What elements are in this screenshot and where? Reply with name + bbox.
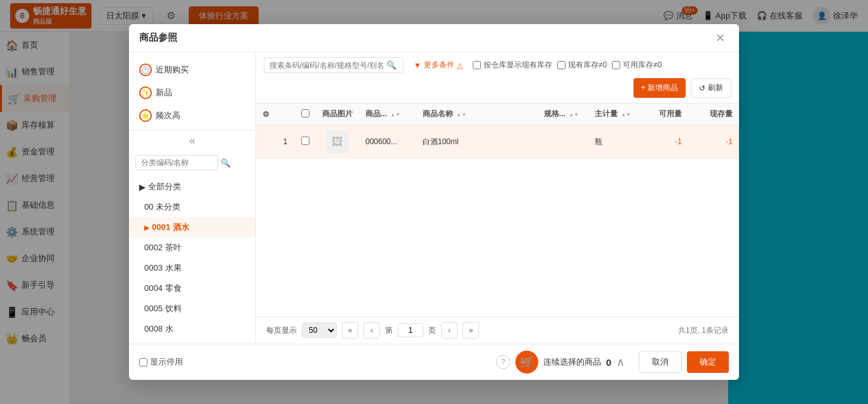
- cart-label: 连续选择的商品: [543, 356, 601, 368]
- search-icon[interactable]: 🔍: [386, 60, 397, 70]
- product-modal: 商品参照 ✕ 🕐 近期购买 ✨ 新品 ⭐ 频次高 «: [129, 24, 739, 380]
- spec-col-header[interactable]: 规格... ▲▼: [538, 104, 588, 125]
- show-disabled-label: 显示停用: [150, 356, 183, 368]
- refresh-button[interactable]: ↺ 刷新: [691, 78, 731, 98]
- row-unit-cell: 瓶: [588, 125, 637, 159]
- row-settings-cell: [256, 125, 276, 159]
- name-col-header[interactable]: 商品名称 ▲▼: [416, 104, 538, 125]
- avail-ne0-checkbox[interactable]: [612, 61, 620, 69]
- unit-col-header[interactable]: 主计量 ▲▼: [588, 104, 637, 125]
- high-freq-item[interactable]: ⭐ 频次高: [129, 104, 255, 127]
- code-col-label: 商品...: [365, 109, 387, 118]
- last-page-button[interactable]: »: [463, 322, 479, 339]
- checkbox-col-header: [295, 104, 316, 125]
- modal-body: 🕐 近期购买 ✨ 新品 ⭐ 频次高 « 🔍: [129, 52, 739, 344]
- category-search-input[interactable]: [135, 155, 218, 170]
- stock-ne0-checkbox[interactable]: [557, 61, 566, 69]
- modal-header: 商品参照 ✕: [129, 24, 739, 52]
- new-product-icon: ✨: [139, 86, 152, 99]
- spec-col-label: 规格...: [544, 109, 566, 118]
- recent-purchase-item[interactable]: 🕐 近期购买: [129, 58, 255, 81]
- cancel-button[interactable]: 取消: [639, 351, 682, 373]
- table-settings-icon[interactable]: ⚙: [262, 110, 269, 119]
- category-00[interactable]: 00 未分类: [129, 197, 255, 217]
- toolbar-right: + 新增商品 ↺ 刷新: [634, 78, 731, 98]
- cart-count: 0: [606, 357, 611, 368]
- page-number-input[interactable]: [398, 323, 423, 337]
- filter-icon: ▼: [414, 61, 421, 70]
- unit-col-label: 主计量: [595, 109, 618, 118]
- row-avail: -1: [675, 137, 682, 146]
- category-search-icon[interactable]: 🔍: [220, 158, 231, 168]
- modal-overlay: 商品参照 ✕ 🕐 近期购买 ✨ 新品 ⭐ 频次高 «: [0, 0, 868, 404]
- category-0004[interactable]: 0004 零食: [129, 278, 255, 299]
- cart-icon[interactable]: 🛒: [515, 351, 538, 374]
- warehouse-checkbox-label[interactable]: 按仓库显示现有库存: [473, 60, 552, 71]
- select-all-checkbox[interactable]: [301, 109, 309, 118]
- category-0002-label: 0002 茶叶: [144, 242, 182, 253]
- table-header-row: ⚙ 商品图片 商品...: [256, 104, 739, 125]
- category-all-label: 全部分类: [148, 181, 181, 192]
- row-name-cell: 白酒100ml: [416, 125, 538, 159]
- page-size-select[interactable]: 50 10 20 100: [302, 323, 337, 338]
- add-product-button[interactable]: + 新增商品: [634, 78, 686, 98]
- new-product-item[interactable]: ✨ 新品: [129, 81, 255, 104]
- category-0008-label: 0008 水: [144, 323, 173, 335]
- stock-col-header: 现存量: [688, 104, 739, 125]
- high-freq-label: 频次高: [156, 110, 180, 121]
- show-disabled-checkbox-label[interactable]: 显示停用: [139, 356, 183, 368]
- warehouse-checkbox[interactable]: [473, 61, 481, 69]
- product-table-wrap: ⚙ 商品图片 商品...: [256, 104, 739, 316]
- category-search-area: 🔍: [129, 151, 255, 174]
- modal-title: 商品参照: [139, 32, 177, 44]
- modal-toolbar: 🔍 ▼ 更多条件 △ 按仓库显示现有库存 现有库存≠0: [256, 52, 739, 104]
- image-col-header: 商品图片: [316, 104, 359, 125]
- code-sort-icon: ▲▼: [390, 112, 400, 118]
- confirm-button[interactable]: 确定: [687, 351, 729, 373]
- filter-up-icon: △: [457, 61, 463, 70]
- row-spec-cell: [538, 125, 588, 159]
- collapse-button[interactable]: «: [129, 130, 255, 151]
- row-unit: 瓶: [595, 137, 602, 146]
- avail-col-header: 可用量: [637, 104, 688, 125]
- first-page-button[interactable]: «: [342, 322, 358, 339]
- page-label: 第: [385, 325, 393, 336]
- new-product-label: 新品: [156, 87, 172, 98]
- pagination-bar: 每页显示 50 10 20 100 « ‹ 第 页 › » 共1页, 1条记录: [256, 316, 739, 344]
- prev-page-button[interactable]: ‹: [363, 322, 380, 339]
- recent-purchase-icon: 🕐: [139, 64, 152, 76]
- footer-cart-area: ? 🛒 连续选择的商品 0 ∧: [496, 351, 625, 374]
- category-0008[interactable]: 0008 水: [129, 319, 255, 337]
- active-category-arrow: ▶: [144, 224, 149, 231]
- category-0003[interactable]: 0003 水果: [129, 258, 255, 278]
- refresh-icon: ↺: [699, 84, 705, 93]
- category-all[interactable]: ▶ 全部分类: [129, 177, 255, 197]
- row-checkbox[interactable]: [301, 137, 309, 145]
- modal-close-button[interactable]: ✕: [711, 29, 729, 47]
- category-0002[interactable]: 0002 茶叶: [129, 238, 255, 258]
- show-disabled-checkbox[interactable]: [139, 358, 147, 367]
- stock-col-label: 现存量: [710, 109, 733, 118]
- category-0005[interactable]: 0005 饮料: [129, 299, 255, 319]
- product-search-input[interactable]: [269, 61, 384, 70]
- footer-buttons: 取消 确定: [639, 351, 729, 373]
- category-0004-label: 0004 零食: [144, 283, 182, 294]
- next-page-button[interactable]: ›: [441, 322, 458, 339]
- row-checkbox-cell: [295, 125, 316, 159]
- filter-button[interactable]: ▼ 更多条件 △: [409, 57, 468, 73]
- table-row[interactable]: 1 🖼 000600...: [256, 125, 739, 159]
- cart-collapse-icon[interactable]: ∧: [616, 355, 625, 369]
- category-0001[interactable]: ▶ 0001 酒水: [129, 217, 255, 238]
- row-image-cell: 🖼: [316, 125, 359, 159]
- settings-col-header: ⚙: [256, 104, 276, 125]
- help-icon[interactable]: ?: [496, 355, 510, 369]
- code-col-header[interactable]: 商品... ▲▼: [359, 104, 416, 125]
- expand-all-icon: ▶: [139, 182, 146, 192]
- stock-ne0-checkbox-label[interactable]: 现有库存≠0: [557, 60, 607, 71]
- row-name: 白酒100ml: [423, 137, 459, 146]
- name-sort-icon: ▲▼: [456, 112, 466, 118]
- warehouse-checkbox-text: 按仓库显示现有库存: [484, 60, 552, 71]
- avail-ne0-checkbox-label[interactable]: 可用库存≠0: [612, 60, 661, 71]
- modal-left-panel: 🕐 近期购买 ✨ 新品 ⭐ 频次高 « 🔍: [129, 52, 256, 344]
- category-list: ▶ 全部分类 00 未分类 ▶ 0001 酒水 0002 茶叶 0003 水果: [129, 174, 255, 337]
